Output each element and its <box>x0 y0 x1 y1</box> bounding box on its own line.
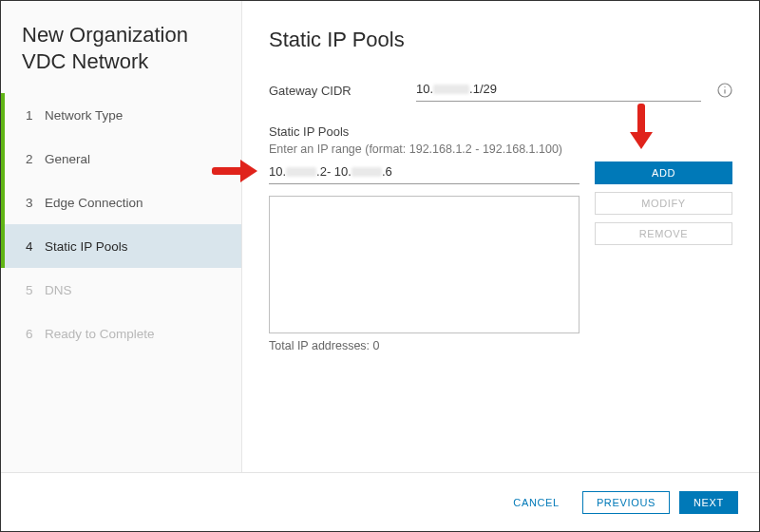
redacted-text <box>352 167 382 177</box>
wizard-step-edge-connection[interactable]: 3Edge Connection <box>1 180 241 224</box>
wizard-title-line2: VDC Network <box>22 49 148 73</box>
wizard-footer: CANCEL PREVIOUS NEXT <box>1 472 759 531</box>
pool-left: 10..2- 10..6 Total IP addresses: 0 <box>269 162 580 352</box>
step-number: 4 <box>26 239 41 254</box>
gateway-cidr-input[interactable]: 10..1/29 <box>416 79 701 102</box>
ip-range-end: .6 <box>382 164 392 179</box>
static-ip-pools-hint: Enter an IP range (format: 192.168.1.2 -… <box>269 142 732 156</box>
total-ip-label: Total IP addresses: <box>269 339 373 352</box>
static-ip-pools-label: Static IP Pools <box>269 124 732 139</box>
modify-button: MODIFY <box>595 192 732 215</box>
ip-range-input[interactable]: 10..2- 10..6 <box>269 162 580 184</box>
wizard-dialog: New Organization VDC Network 1Network Ty… <box>0 0 760 532</box>
wizard-steps: 1Network Type2General3Edge Connection4St… <box>1 93 241 355</box>
pool-controls: 10..2- 10..6 Total IP addresses: 0 ADD M… <box>269 162 732 352</box>
page-title: Static IP Pools <box>269 28 732 52</box>
total-ip-count: 0 <box>373 339 380 352</box>
gateway-cidr-value-pre: 10. <box>416 82 433 96</box>
redacted-text <box>433 85 469 94</box>
step-number: 2 <box>26 152 41 166</box>
step-label: Static IP Pools <box>45 239 128 254</box>
step-label: Edge Connection <box>45 196 143 210</box>
gateway-cidr-label: Gateway CIDR <box>269 84 416 98</box>
ip-pool-list[interactable] <box>269 196 580 333</box>
step-number: 3 <box>26 196 41 210</box>
ip-range-mid: .2- 10. <box>316 164 352 179</box>
step-number: 6 <box>26 327 41 341</box>
wizard-title: New Organization VDC Network <box>1 22 241 93</box>
wizard-main: Static IP Pools Gateway CIDR 10..1/29 St… <box>242 1 759 472</box>
step-label: Network Type <box>45 108 123 123</box>
wizard-title-line1: New Organization <box>22 23 188 47</box>
redacted-text <box>286 167 316 177</box>
wizard-step-network-type[interactable]: 1Network Type <box>1 93 241 137</box>
previous-button[interactable]: PREVIOUS <box>582 491 670 514</box>
wizard-step-dns: 5DNS <box>1 268 241 312</box>
pool-buttons: ADD MODIFY REMOVE <box>595 162 732 245</box>
gateway-cidr-value-post: .1/29 <box>469 82 497 96</box>
ip-range-pre: 10. <box>269 164 286 179</box>
gateway-cidr-row: Gateway CIDR 10..1/29 <box>269 79 732 102</box>
add-button[interactable]: ADD <box>595 162 732 184</box>
cancel-button[interactable]: CANCEL <box>500 491 573 514</box>
remove-button: REMOVE <box>595 222 732 245</box>
step-number: 5 <box>26 283 41 297</box>
wizard-sidebar: New Organization VDC Network 1Network Ty… <box>1 1 242 472</box>
wizard-step-general[interactable]: 2General <box>1 137 241 180</box>
step-label: DNS <box>45 283 72 297</box>
step-label: Ready to Complete <box>45 327 155 341</box>
info-icon[interactable] <box>717 83 732 98</box>
total-ip-line: Total IP addresses: 0 <box>269 339 580 352</box>
step-label: General <box>45 152 90 166</box>
next-button[interactable]: NEXT <box>679 491 738 514</box>
svg-point-2 <box>724 86 725 87</box>
wizard-step-static-ip-pools[interactable]: 4Static IP Pools <box>1 224 241 268</box>
step-number: 1 <box>26 108 41 123</box>
wizard-content: New Organization VDC Network 1Network Ty… <box>1 1 759 472</box>
wizard-step-ready-to-complete: 6Ready to Complete <box>1 312 241 355</box>
